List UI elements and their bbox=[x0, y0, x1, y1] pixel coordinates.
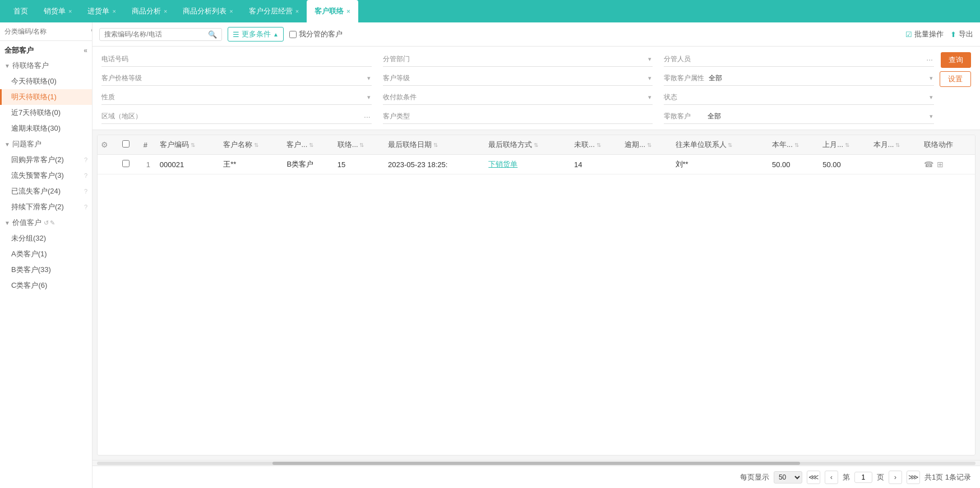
help-icon-3[interactable]: ? bbox=[84, 188, 87, 195]
page-size-select[interactable]: 50 100 200 bbox=[774, 471, 802, 484]
sidebar-item-churned[interactable]: 已流失客户(24) ? bbox=[0, 183, 92, 199]
nav-customer-contact[interactable]: 客户联络 × bbox=[307, 0, 358, 22]
nav-home[interactable]: 首页 bbox=[6, 0, 36, 22]
th-not-contacted[interactable]: 未联... bbox=[571, 135, 621, 155]
my-customers-checkbox-label[interactable]: 我分管的客户 bbox=[289, 29, 343, 39]
export-button[interactable]: ⬆ 导出 bbox=[950, 29, 973, 39]
nav-purchase-close-icon[interactable]: × bbox=[112, 8, 115, 15]
last-page-icon: ⋙ bbox=[908, 473, 918, 481]
query-button[interactable]: 查询 bbox=[941, 52, 971, 68]
th-num: # bbox=[140, 135, 156, 155]
row-checkbox[interactable] bbox=[122, 160, 130, 167]
nav-sales[interactable]: 销货单 × bbox=[36, 0, 80, 22]
value-edit-icon[interactable]: ✎ bbox=[50, 219, 55, 227]
sidebar-group-pending-contact[interactable]: ▼ 待联络客户 bbox=[0, 58, 92, 73]
th-last-month[interactable]: 上月... bbox=[819, 135, 870, 155]
filter-dept-label: 分管部门 bbox=[383, 54, 422, 64]
th-code[interactable]: 客户编码 bbox=[156, 135, 220, 155]
filter-casual-attr-value[interactable]: 全部 bbox=[709, 73, 934, 83]
sidebar-item-7days-contact[interactable]: 近7天待联络(0) bbox=[0, 105, 92, 121]
search-box: 🔍 bbox=[99, 28, 222, 41]
td-row-last-contact-method[interactable]: 下销货单 bbox=[485, 155, 571, 174]
th-last-contact-date[interactable]: 最后联络日期 bbox=[385, 135, 485, 155]
row-action-qr-icon[interactable]: ⊞ bbox=[937, 160, 944, 169]
page-suffix: 页 bbox=[877, 472, 884, 482]
th-type[interactable]: 客户... bbox=[283, 135, 334, 155]
sidebar-search-input[interactable] bbox=[4, 27, 89, 35]
prev-page-button[interactable]: ‹ bbox=[825, 471, 838, 484]
help-icon-1[interactable]: ? bbox=[84, 156, 87, 163]
chevron-down-icon-6[interactable]: ▾ bbox=[648, 94, 651, 101]
nav-customer-contact-close-icon[interactable]: × bbox=[346, 8, 350, 15]
filter-row-2: 客户价格等级 ▾ 客户等级 ▾ 零散客户属性 全部 ▾ bbox=[101, 71, 934, 86]
th-contact[interactable]: 联络... bbox=[334, 135, 385, 155]
nav-sales-close-icon[interactable]: × bbox=[68, 8, 72, 15]
nav-customer-segment[interactable]: 客户分层经营 × bbox=[241, 0, 307, 22]
data-table: ⚙ # 客户编码 客户名称 客户... 联络... 最后联络日期 最后联络方式 … bbox=[98, 135, 975, 174]
first-page-button[interactable]: ⋘ bbox=[807, 471, 820, 484]
help-icon-2[interactable]: ? bbox=[84, 172, 87, 179]
chevron-down-icon-1[interactable]: ▾ bbox=[648, 56, 651, 63]
horizontal-scrollbar[interactable] bbox=[93, 460, 980, 466]
batch-operation-button[interactable]: ☑ 批量操作 bbox=[905, 29, 944, 39]
nav-goods-analysis-close-icon[interactable]: × bbox=[164, 8, 167, 15]
my-customers-checkbox[interactable] bbox=[289, 31, 297, 38]
scrollbar-thumb[interactable] bbox=[272, 462, 799, 465]
dots-icon-1[interactable]: ··· bbox=[926, 55, 933, 64]
th-name[interactable]: 客户名称 bbox=[220, 135, 283, 155]
th-last-contact-method[interactable]: 最后联络方式 bbox=[485, 135, 571, 155]
sidebar-collapse-icon[interactable]: « bbox=[84, 47, 87, 54]
nav-customer-segment-close-icon[interactable]: × bbox=[295, 8, 299, 15]
th-this-month[interactable]: 本月... bbox=[870, 135, 921, 155]
filter-casual-customer-value[interactable]: 全部 bbox=[708, 112, 934, 121]
th-overdue[interactable]: 逾期... bbox=[621, 135, 672, 155]
nav-goods-analysis-list-close-icon[interactable]: × bbox=[229, 8, 233, 15]
sidebar-item-class-b[interactable]: B类客户(33) bbox=[0, 262, 92, 278]
sidebar-group-problem-customers[interactable]: ▼ 问题客户 bbox=[0, 136, 92, 152]
td-row-contact: 15 bbox=[334, 155, 385, 174]
td-row-not-contacted: 14 bbox=[571, 155, 621, 174]
more-filters-button[interactable]: ☰ 更多条件 ▲ bbox=[228, 27, 284, 42]
chevron-down-icon-7[interactable]: ▾ bbox=[930, 94, 933, 101]
sidebar-item-today-contact[interactable]: 今天待联络(0) bbox=[0, 73, 92, 89]
filter-row-3: 性质 ▾ 收付款条件 ▾ 状态 ▾ bbox=[101, 90, 934, 105]
chevron-down-icon-3[interactable]: ▾ bbox=[648, 75, 651, 82]
value-refresh-icon[interactable]: ↺ bbox=[44, 219, 49, 227]
filter-customer-level: 客户等级 ▾ bbox=[383, 71, 653, 86]
chevron-down-icon-8[interactable]: ▾ bbox=[930, 113, 933, 120]
chevron-down-icon-4[interactable]: ▾ bbox=[930, 75, 933, 82]
sidebar-item-class-c[interactable]: C类客户(6) bbox=[0, 278, 92, 293]
column-gear-icon[interactable]: ⚙ bbox=[101, 140, 108, 149]
sidebar-item-tomorrow-contact[interactable]: 明天待联络(1) bbox=[0, 89, 92, 105]
filter-price-level: 客户价格等级 ▾ bbox=[101, 71, 372, 86]
chevron-down-icon-2[interactable]: ▾ bbox=[367, 75, 371, 82]
nav-goods-analysis-list[interactable]: 商品分析列表 × bbox=[175, 0, 241, 22]
dots-icon-2[interactable]: ··· bbox=[364, 112, 371, 121]
th-check bbox=[119, 135, 140, 155]
sidebar: 🔍 全部客户 « ▼ 待联络客户 今天待联络(0) 明天待联络(1) 近7天待联… bbox=[0, 22, 93, 488]
sidebar-item-ungrouped[interactable]: 未分组(32) bbox=[0, 231, 92, 246]
sidebar-item-churn-warning[interactable]: 流失预警客户(3) ? bbox=[0, 168, 92, 183]
sidebar-item-repurchase-abnormal[interactable]: 回购异常客户(2) ? bbox=[0, 152, 92, 168]
toolbar: 🔍 ☰ 更多条件 ▲ 我分管的客户 ☑ 批量操作 ⬆ 导出 bbox=[93, 22, 980, 47]
last-page-button[interactable]: ⋙ bbox=[907, 471, 920, 484]
nav-goods-analysis[interactable]: 商品分析 × bbox=[124, 0, 175, 22]
reset-button[interactable]: 设置 bbox=[940, 71, 971, 87]
search-icon[interactable]: 🔍 bbox=[208, 30, 217, 39]
sidebar-all-customers[interactable]: 全部客户 « bbox=[0, 41, 92, 58]
sidebar-item-declining[interactable]: 持续下滑客户(2) ? bbox=[0, 199, 92, 215]
select-all-checkbox[interactable] bbox=[122, 140, 130, 148]
th-this-year[interactable]: 本年... bbox=[769, 135, 819, 155]
chevron-down-icon-5[interactable]: ▾ bbox=[367, 94, 371, 101]
sidebar-item-class-a[interactable]: A类客户(1) bbox=[0, 246, 92, 262]
th-contact-person[interactable]: 往来单位联系人 bbox=[672, 135, 769, 155]
sidebar-item-overdue-contact[interactable]: 逾期未联络(30) bbox=[0, 121, 92, 136]
search-input[interactable] bbox=[104, 30, 205, 38]
sidebar-group-value-customers[interactable]: ▼ 价值客户 ↺ ✎ bbox=[0, 215, 92, 231]
page-number-input[interactable] bbox=[854, 472, 872, 483]
row-action-phone-icon[interactable]: ☎ bbox=[924, 160, 933, 169]
next-page-button[interactable]: › bbox=[889, 471, 902, 484]
top-navigation: 首页 销货单 × 进货单 × 商品分析 × 商品分析列表 × 客户分层经营 × … bbox=[0, 0, 980, 22]
nav-purchase[interactable]: 进货单 × bbox=[80, 0, 123, 22]
help-icon-4[interactable]: ? bbox=[84, 204, 87, 210]
